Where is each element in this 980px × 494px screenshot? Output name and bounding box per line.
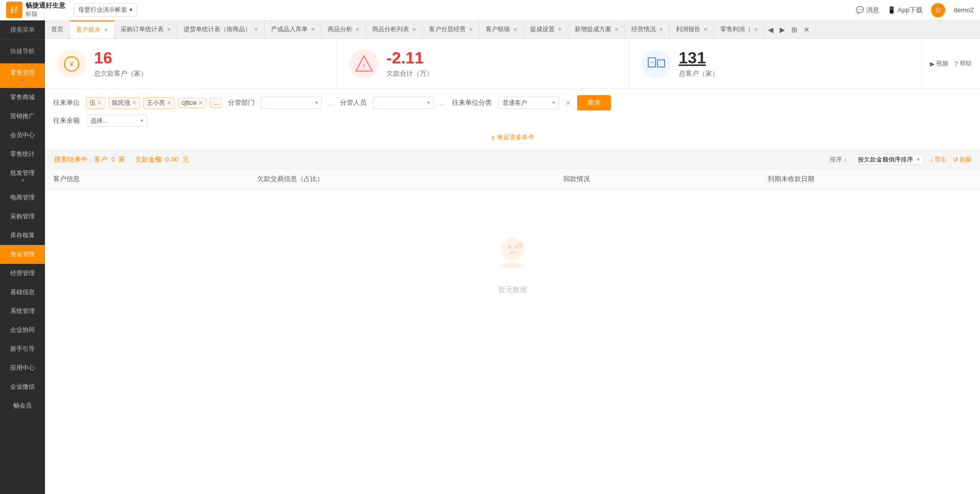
tab-expand-icon[interactable]: ⊞ [788, 26, 801, 34]
sort-label: 排序： [830, 155, 848, 164]
empty-text: 暂无数据 [498, 285, 527, 295]
tab-goods-analysis-list[interactable]: 商品分析列表 ✕ [366, 20, 423, 39]
person-more-icon[interactable]: ... [440, 99, 446, 107]
sidebar-item-wechat[interactable]: 企业微信 [0, 377, 45, 396]
svg-rect-7 [652, 62, 653, 63]
tab-new-commission[interactable]: 新增提成方案 ✕ [568, 20, 625, 39]
svg-point-10 [508, 245, 511, 249]
top-bar-left: 好 畅捷通好生意 标版 母婴行业演示帐套 ▾ [6, 2, 137, 18]
remove-tag-wu[interactable]: ✕ [97, 100, 102, 106]
person-select[interactable] [373, 97, 434, 109]
sidebar-item-retail-mgmt[interactable]: 零售管理 ▾ [0, 63, 45, 88]
total-customers-label: 总客户（家） [679, 69, 719, 78]
debt-customers-value: 16 [94, 49, 147, 67]
svg-rect-5 [657, 60, 665, 67]
unit-class-select-wrapper: 普通客户 [498, 97, 559, 109]
tab-close-icon[interactable]: ✕ [167, 27, 171, 32]
svg-point-13 [518, 243, 522, 247]
remove-tag-chen[interactable]: ✕ [132, 100, 136, 106]
top-bar: 好 畅捷通好生意 标版 母婴行业演示帐套 ▾ 💬 消息 📱 App下载 D de… [0, 0, 980, 20]
filter-tag-wang: 王小亮 ✕ [143, 97, 175, 109]
sidebar-item-member[interactable]: 会员中心 [0, 126, 45, 145]
sidebar-item-base-info[interactable]: 基础信息 [0, 283, 45, 302]
tab-profit-report[interactable]: 利润报告 ✕ [670, 20, 714, 39]
tab-commission-setting[interactable]: 提成设置 ✕ [524, 20, 568, 39]
workspace-selector[interactable]: 母婴行业演示帐套 ▾ [74, 3, 137, 17]
sidebar-item-operation[interactable]: 经营管理 [0, 264, 45, 283]
tab-close-icon[interactable]: ✕ [355, 27, 359, 32]
sidebar-item-enterprise[interactable]: 企业协同 [0, 321, 45, 340]
tab-stock-stats[interactable]: 进货单统计表（按商品） ✕ [177, 20, 265, 39]
sidebar-item-new-guide[interactable]: 新手引导 [0, 340, 45, 358]
sidebar-item-ecommerce[interactable]: 电商管理 [0, 188, 45, 207]
page-content: ¥ 16 总欠款客户（家） ! [45, 39, 980, 494]
tab-close-icon[interactable]: ✕ [469, 27, 473, 32]
more-tags[interactable]: ... [210, 98, 222, 108]
tab-close-icon[interactable]: ✕ [558, 27, 562, 32]
sidebar-item-sys-mgmt[interactable]: 系统管理 [0, 302, 45, 321]
tab-close-icon[interactable]: ✕ [513, 27, 517, 32]
sidebar-item-app-center[interactable]: 应用中心 [0, 358, 45, 377]
sidebar-quick-nav[interactable]: 快捷导航 [0, 40, 45, 63]
tab-home[interactable]: 首页 [45, 20, 70, 39]
avatar[interactable]: D [931, 3, 945, 17]
tab-close-icon[interactable]: ✕ [311, 27, 315, 32]
tab-customer-contact[interactable]: 客户联络 ✕ [480, 20, 524, 39]
tab-close-icon[interactable]: ✕ [254, 27, 258, 32]
sort-select[interactable]: 按欠款金额倒序排序 [854, 154, 924, 165]
username[interactable]: demo2 [953, 6, 974, 14]
tab-close-icon[interactable]: ✕ [614, 27, 619, 32]
sidebar-item-finance[interactable]: 资金管理 [0, 245, 45, 264]
collapse-section: ∧ 收起更多条件 [53, 131, 972, 144]
remove-tag-cjttcw[interactable]: ✕ [198, 100, 203, 106]
tab-scroll-right[interactable]: ▶ [777, 26, 788, 34]
top-bar-right: 💬 消息 📱 App下载 D demo2 [856, 3, 974, 17]
tab-purchase-order[interactable]: 采购订单统计表 ✕ [115, 20, 177, 39]
stats-bar: ¥ 16 总欠款客户（家） ! [45, 39, 980, 89]
app-download-button[interactable]: 📱 App下载 [887, 6, 923, 15]
dept-more-icon[interactable]: ... [328, 99, 334, 107]
search-menu-label[interactable]: 搜索菜单 [10, 26, 35, 33]
sidebar-item-vip[interactable]: 畅会员 [0, 396, 45, 415]
tab-bar: 首页 客户账本 ✕ 采购订单统计表 ✕ 进货单统计表（按商品） ✕ 产成品入库单… [45, 20, 980, 39]
tab-close-all-icon[interactable]: ✕ [801, 26, 813, 34]
sidebar-item-purchase[interactable]: 采购管理 [0, 207, 45, 226]
tab-close-icon[interactable]: ✕ [659, 27, 663, 32]
tab-close-icon[interactable]: ✕ [754, 27, 758, 32]
sidebar-item-retail-stats[interactable]: 零售统计 [0, 145, 45, 164]
filter-row-2: 往来余额 选择... [53, 115, 972, 127]
remove-tag-wang[interactable]: ✕ [167, 100, 171, 106]
video-link[interactable]: ▶ 视频 [930, 59, 948, 68]
message-button[interactable]: 💬 消息 [856, 6, 879, 15]
refresh-button[interactable]: ↺ 刷新 [953, 155, 972, 164]
unit-class-more-icon[interactable]: ✕ [565, 99, 571, 107]
tab-close-icon[interactable]: ✕ [703, 27, 708, 32]
tab-close-icon[interactable]: ✕ [104, 27, 108, 33]
tab-customer-layer[interactable]: 客户分层经营 ✕ [423, 20, 480, 39]
tab-scroll-left[interactable]: ◀ [765, 26, 777, 34]
export-button[interactable]: ↓ 导出 [930, 155, 947, 164]
stat-total-customers: 131 总客户（家） [630, 39, 922, 88]
tab-close-icon[interactable]: ✕ [412, 27, 416, 32]
tab-goods-analysis[interactable]: 商品分析 ✕ [322, 20, 366, 39]
tab-product-inbound[interactable]: 产成品入库单 ✕ [265, 20, 322, 39]
query-button[interactable]: 查询 [577, 95, 611, 110]
collapse-button[interactable]: ∧ 收起更多条件 [491, 131, 534, 144]
remainder-select[interactable]: 选择... [86, 115, 147, 127]
quick-nav-label[interactable]: 快捷导航 [0, 43, 45, 60]
tab-operation[interactable]: 经营情况 ✕ [625, 20, 670, 39]
unit-class-select[interactable]: 普通客户 [498, 97, 559, 109]
refresh-icon: ↺ [953, 156, 958, 163]
sidebar-item-wholesale[interactable]: 批发管理 ▾ [0, 164, 45, 188]
export-icon: ↓ [930, 156, 933, 163]
sidebar-item-retail-shop[interactable]: 零售商城 [0, 88, 45, 107]
video-help: ▶ 视频 ? 帮助 [922, 59, 980, 68]
dept-select[interactable] [261, 97, 322, 109]
sidebar-search[interactable]: 搜索菜单 [0, 20, 45, 40]
chevron-down-icon: ▾ [129, 6, 132, 13]
tab-customer-ledger[interactable]: 客户账本 ✕ [70, 20, 115, 39]
help-link[interactable]: ? 帮助 [954, 59, 972, 68]
sidebar-item-marketing[interactable]: 营销推广 [0, 107, 45, 126]
tab-retail-profit[interactable]: 零售利润（ ✕ [714, 20, 765, 39]
sidebar-item-inventory[interactable]: 库存核算 [0, 226, 45, 245]
